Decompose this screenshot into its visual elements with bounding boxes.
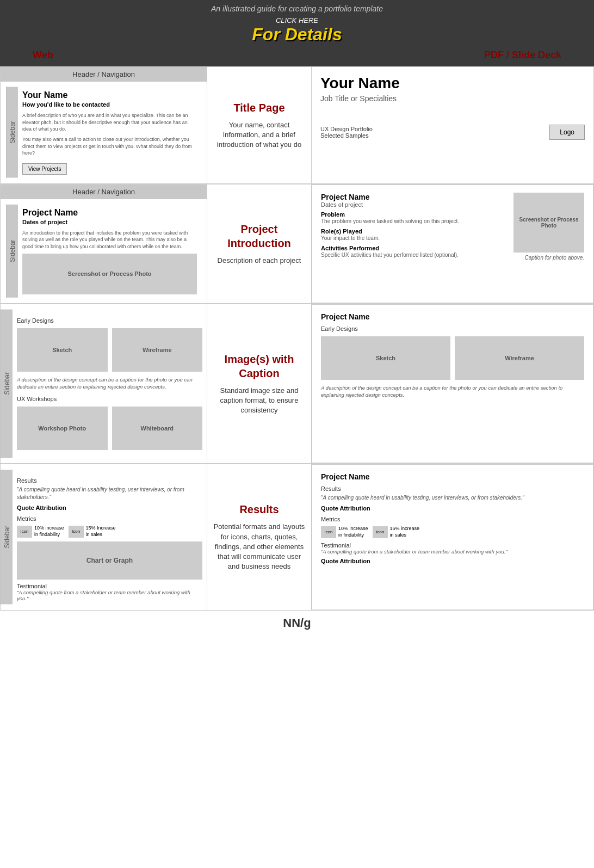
pdf-metric2-icon: Icon: [373, 526, 388, 538]
top-banner: An illustrated guide for creating a port…: [0, 0, 594, 46]
pdf-footer-row: UX Design Portfolio Selected Samples Log…: [320, 125, 585, 140]
pdf-role-label: Role(s) Played: [321, 228, 507, 235]
metric2-line1: 15% Increase: [86, 525, 116, 532]
section1-middle: Title Page Your name, contact informatio…: [207, 67, 312, 183]
section3-pdf-panel: Project Name Early Designs Sketch Wirefr…: [312, 304, 593, 464]
section4-web-panel: Sidebar Results "A compelling quote hear…: [1, 464, 207, 610]
early-designs-grid: Sketch Wireframe: [17, 328, 202, 372]
section1-panel-body: Sidebar Your Name How you'd like to be c…: [1, 82, 207, 183]
section3-content: Early Designs Sketch Wireframe A descrip…: [13, 310, 207, 458]
pdf-metrics-row: Icon 10% increase in findability Icon 15…: [321, 526, 584, 538]
pdf-subtitle: Job Title or Specialties: [320, 94, 585, 103]
pdf-metric-1: Icon 10% increase in findability: [321, 526, 368, 538]
nav-web: Web: [33, 50, 53, 61]
web-name: Your Name: [22, 90, 197, 100]
section3-middle-title: Image(s) with Caption: [213, 352, 306, 380]
section1-middle-title: Title Page: [213, 101, 306, 115]
banner-subtitle: An illustrated guide for creating a port…: [0, 4, 594, 13]
pdf-project-row: Project Name Dates of project Problem Th…: [321, 193, 584, 261]
section2-project-name: Project Name: [22, 208, 197, 218]
metrics-label: Metrics: [17, 515, 202, 522]
metric-2: Icon 15% Increase in sales: [69, 525, 116, 538]
section3-middle-desc: Standard image size and caption format, …: [213, 386, 306, 416]
pdf-activities-label: Activities Performed: [321, 245, 507, 251]
pdf-early-designs-label: Early Designs: [321, 325, 584, 332]
sidebar-tab-2: Sidebar: [6, 205, 18, 298]
section1-content: Your Name How you'd like to be contacted…: [18, 87, 201, 178]
pdf-activities-text: Specific UX activities that you performe…: [321, 251, 507, 258]
pdf-metric-2: Icon 15% increase in sales: [373, 526, 420, 538]
section4-middle-title: Results: [213, 502, 306, 516]
results-label: Results: [17, 477, 202, 484]
section1-web-panel: Header / Navigation Sidebar Your Name Ho…: [1, 67, 207, 183]
pdf-role-text: Your impact to the team.: [321, 235, 507, 242]
pdf-screenshot-box: Screenshot or Process Photo: [513, 193, 584, 253]
designs-caption: A description of the design concept can …: [17, 376, 202, 391]
sketch-box: Sketch: [17, 328, 108, 372]
pdf-metric2-text: 15% increase in sales: [390, 526, 420, 538]
pdf-caption: Caption for photo above.: [513, 255, 584, 261]
testimonial-text: "A compelling quote from a stakeholder o…: [17, 589, 202, 601]
sidebar-tab-3: Sidebar: [1, 310, 13, 458]
section1-panel-header: Header / Navigation: [1, 67, 207, 82]
pdf-problem-label: Problem: [321, 211, 507, 218]
pdf-problem-text: The problem you were tasked with solving…: [321, 218, 507, 225]
web-desc2: You may also want a call to action to cl…: [22, 136, 197, 157]
pdf-testimonial-text: "A compelling quote from a stakeholder o…: [321, 549, 584, 555]
section3-web-panel: Sidebar Early Designs Sketch Wireframe A…: [1, 304, 207, 464]
click-here-big[interactable]: For Details: [0, 25, 594, 44]
pdf-name: Your Name: [320, 75, 585, 92]
section2-pdf-panel: Project Name Dates of project Problem Th…: [312, 184, 593, 303]
metric2-text: 15% Increase in sales: [86, 525, 116, 538]
section-4: Sidebar Results "A compelling quote hear…: [0, 464, 594, 610]
pdf-project-dates: Dates of project: [321, 201, 507, 208]
nav-pdf: PDF / Slide Deck: [484, 50, 561, 61]
metrics-row: Icon 10% increase in findability Icon 15…: [17, 525, 202, 538]
pdf-metric1-text: 10% increase in findability: [338, 526, 368, 538]
pdf-wireframe-box: Wireframe: [455, 336, 584, 380]
quote-attr-label: Quote Attribution: [17, 504, 202, 511]
pdf-results-quote: "A compelling quote heard in usability t…: [321, 494, 584, 502]
section2-middle-desc: Description of each project: [213, 256, 306, 266]
section2-screenshot: Screenshot or Process Photo: [22, 254, 197, 294]
pdf-results-label: Results: [321, 485, 584, 492]
workshop-photo-box: Workshop Photo: [17, 407, 108, 450]
section4-middle: Results Potential formats and layouts fo…: [207, 464, 312, 610]
section4-panel-body: Sidebar Results "A compelling quote hear…: [1, 464, 207, 610]
section-1: Header / Navigation Sidebar Your Name Ho…: [0, 66, 594, 184]
pdf-metric1-line2: in findability: [338, 532, 368, 539]
pdf-metric2-line2: in sales: [390, 532, 420, 539]
section-2: Header / Navigation Sidebar Project Name…: [0, 184, 594, 304]
early-designs-label: Early Designs: [17, 317, 202, 324]
section2-content: Project Name Dates of project An introdu…: [18, 205, 201, 298]
metric2-line2: in sales: [86, 532, 116, 538]
section2-panel-header: Header / Navigation: [1, 184, 207, 199]
metric2-icon: Icon: [69, 526, 84, 538]
section4-middle-desc: Potential formats and layouts for icons,…: [213, 522, 306, 571]
pdf-metrics-label: Metrics: [321, 516, 584, 522]
pdf-testimonial-attr: Quote Attribution: [321, 558, 584, 564]
sidebar-tab-4: Sidebar: [1, 470, 13, 604]
workshops-grid: Workshop Photo Whiteboard: [17, 407, 202, 450]
section3-middle: Image(s) with Caption Standard image siz…: [207, 304, 312, 464]
section2-dates: Dates of project: [22, 219, 197, 225]
whiteboard-box: Whiteboard: [112, 407, 203, 450]
section2-web-panel: Header / Navigation Sidebar Project Name…: [1, 184, 207, 303]
nav-row: Web PDF / Slide Deck: [0, 46, 594, 66]
metric1-line1: 10% increase: [34, 525, 64, 532]
pdf-portfolio-title: UX Design Portfolio: [320, 126, 373, 132]
testimonial-label: Testimonial: [17, 583, 202, 589]
pdf-section3-project-name: Project Name: [321, 312, 584, 321]
web-contact: How you'd like to be contacted: [22, 101, 197, 108]
pdf-metric1-icon: Icon: [321, 526, 336, 538]
pdf-project-name: Project Name: [321, 193, 507, 201]
view-projects-button[interactable]: View Projects: [22, 163, 67, 175]
pdf-selected-samples: Selected Samples: [320, 132, 373, 139]
section4-pdf-panel: Project Name Results "A compelling quote…: [312, 464, 593, 610]
chart-box: Chart or Graph: [17, 541, 202, 580]
wireframe-box: Wireframe: [112, 328, 203, 372]
section2-panel-body: Sidebar Project Name Dates of project An…: [1, 199, 207, 303]
section3-panel-body: Sidebar Early Designs Sketch Wireframe A…: [1, 304, 207, 464]
pdf-designs-caption: A description of the design concept can …: [321, 384, 584, 399]
pdf-project-right: Screenshot or Process Photo Caption for …: [513, 193, 584, 261]
